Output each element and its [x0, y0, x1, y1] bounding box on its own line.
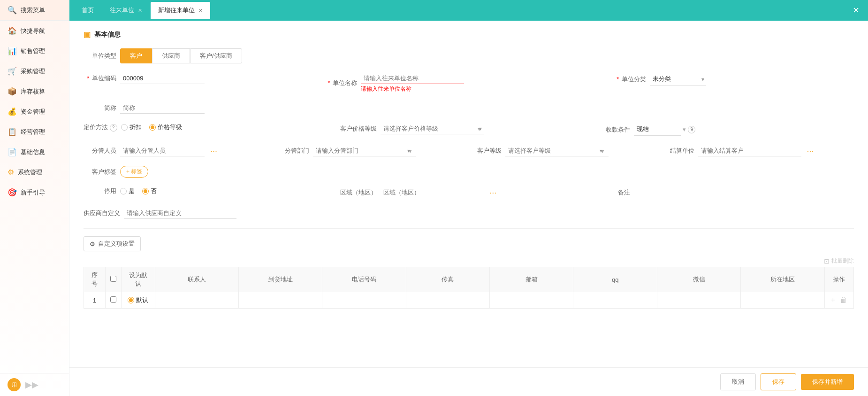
cart-icon: 🛒	[8, 67, 17, 76]
unit-type-group: 客户 供应商 客户/供应商	[120, 48, 242, 63]
row-area	[741, 292, 824, 309]
unit-name-field-inner: 请输入往来单位名称	[361, 73, 464, 93]
unit-name-field: * 单位名称 请输入往来单位名称	[324, 73, 613, 93]
area-input[interactable]	[746, 297, 819, 304]
col-seq: 序号	[84, 267, 106, 292]
select-all-checkbox[interactable]	[110, 276, 116, 282]
pricing-help-icon[interactable]: ?	[110, 124, 117, 132]
add-row-button[interactable]: +	[830, 296, 837, 304]
sidebar-bottom: 用 ▶▶	[0, 373, 69, 396]
unit-name-label: * 单位名称	[324, 79, 357, 87]
fax-input[interactable]	[411, 297, 485, 304]
cancel-button[interactable]: 取消	[720, 373, 756, 390]
manager-dots-btn[interactable]: ···	[208, 147, 219, 155]
avatar: 用	[8, 378, 21, 391]
settlement-unit-input[interactable]	[698, 145, 801, 156]
save-and-new-button[interactable]: 保存并新增	[801, 374, 854, 390]
save-button[interactable]: 保存	[761, 373, 796, 390]
unit-type-customer-btn[interactable]: 客户	[120, 48, 152, 63]
row-default-radio[interactable]	[128, 297, 134, 303]
gear-icon: ⚙	[8, 168, 14, 177]
region-input[interactable]	[381, 187, 484, 198]
disabled-no-circle	[142, 188, 149, 194]
contact-input[interactable]	[160, 297, 234, 304]
pricing-discount-radio[interactable]: 折扣	[121, 123, 142, 132]
sidebar-item-label: 快捷导航	[21, 27, 45, 35]
disabled-yes-radio[interactable]: 是	[120, 187, 135, 195]
sidebar-item-label: 销售管理	[21, 47, 45, 55]
payment-help-icon[interactable]: ?	[688, 126, 695, 133]
row-seq: 1	[84, 292, 106, 309]
payment-terms-value[interactable]: 现结	[634, 123, 681, 136]
col-contact: 联系人	[155, 267, 238, 292]
supplier-custom-row: 供应商自定义	[84, 208, 854, 219]
bottom-bar: 取消 保存 保存并新增	[69, 367, 868, 396]
unit-name-error: 请输入往来单位名称	[361, 85, 464, 93]
unit-code-input[interactable]	[120, 73, 205, 84]
customer-level-input[interactable]	[505, 145, 609, 156]
unit-type-both-btn[interactable]: 客户/供应商	[190, 48, 242, 63]
col-action: 操作	[824, 267, 853, 292]
delete-row-button[interactable]: 🗑	[838, 296, 849, 304]
sidebar-item-quick-nav[interactable]: 🏠 快捷导航	[0, 21, 69, 41]
sidebar-item-basic-info[interactable]: 📄 基础信息	[0, 142, 69, 162]
region-label: 区域（地区）	[340, 188, 377, 197]
sidebar-item-finance[interactable]: 💰 资金管理	[0, 101, 69, 122]
sidebar-item-label: 基础信息	[21, 148, 45, 156]
tab-partners-close[interactable]: ✕	[138, 8, 142, 14]
email-input[interactable]	[495, 297, 568, 304]
tab-home[interactable]: 首页	[74, 3, 101, 17]
sidebar-item-operations[interactable]: 📋 经营管理	[0, 122, 69, 142]
row-qq	[573, 292, 657, 309]
wechat-input[interactable]	[662, 297, 736, 304]
department-input[interactable]	[313, 145, 416, 156]
pricing-method-label: 定价方法 ?	[84, 123, 117, 132]
sidebar-item-system[interactable]: ⚙ 系统管理	[0, 162, 69, 182]
add-tag-button[interactable]: + 标签	[120, 166, 148, 178]
disabled-radio-group: 是 否	[120, 187, 157, 195]
settlement-unit-dots-btn[interactable]: ···	[805, 147, 816, 155]
tab-new-partner-close[interactable]: ✕	[198, 8, 203, 14]
section-header: ▣ 基本信息	[84, 30, 854, 39]
settlement-unit-field: 结算单位 ···	[662, 145, 854, 156]
row-phone	[322, 292, 406, 309]
manager-label: 分管人员	[84, 147, 116, 155]
pricing-level-radio[interactable]: 价格等级	[149, 123, 182, 132]
short-name-input[interactable]	[120, 102, 205, 114]
table-row: 1 默认	[84, 292, 854, 309]
region-dots-btn[interactable]: ···	[487, 188, 498, 197]
qq-input[interactable]	[578, 297, 652, 304]
unit-code-label: * 单位编码	[84, 74, 116, 83]
contacts-table: 序号 设为默认 联系人 到货地址 电话号码 传真 邮箱 qq 微信 所在地区 操…	[84, 267, 854, 309]
unit-name-input[interactable]	[361, 73, 464, 84]
sidebar-item-guide[interactable]: 🎯 新手引导	[0, 182, 69, 202]
tab-partners[interactable]: 往来单位 ✕	[102, 2, 150, 19]
supplier-custom-input[interactable]	[124, 208, 236, 219]
custom-settings-button[interactable]: ⚙ 自定义项设置	[84, 236, 141, 251]
sidebar-item-purchase[interactable]: 🛒 采购管理	[0, 61, 69, 81]
batch-delete-label[interactable]: 批量删除	[831, 257, 854, 265]
row-select-checkbox[interactable]	[110, 296, 116, 303]
pricing-row: 定价方法 ? 折扣 价格等级 客户价格等级	[84, 123, 854, 136]
batch-delete-icon: ⊡	[824, 257, 830, 265]
clipboard-icon: 📋	[8, 127, 17, 136]
customer-price-level-input[interactable]	[381, 123, 484, 134]
sidebar-item-inventory[interactable]: 📦 库存核算	[0, 81, 69, 101]
main-area: 首页 往来单位 ✕ 新增往来单位 ✕ ✕ ▣ 基本信息 单位类型 客户 供应商 …	[69, 0, 868, 396]
tab-new-partner[interactable]: 新增往来单位 ✕	[151, 2, 210, 19]
pricing-discount-circle	[121, 124, 128, 131]
manager-input[interactable]	[120, 145, 205, 156]
short-name-label: 简称	[84, 104, 116, 112]
remark-input[interactable]	[634, 187, 775, 198]
unit-category-select-wrapper: 未分类	[650, 73, 706, 85]
section-title: 基本信息	[94, 31, 121, 39]
unit-type-supplier-btn[interactable]: 供应商	[152, 48, 190, 63]
tab-partners-label: 往来单位	[110, 6, 134, 15]
address-input[interactable]	[244, 297, 317, 304]
phone-input[interactable]	[327, 297, 401, 304]
sidebar-item-sales[interactable]: 📊 销售管理	[0, 41, 69, 61]
disabled-no-radio[interactable]: 否	[142, 187, 157, 195]
tabbar-close-button[interactable]: ✕	[849, 5, 863, 16]
sidebar-item-search[interactable]: 🔍 搜索菜单	[0, 0, 69, 21]
unit-category-value[interactable]: 未分类	[650, 73, 706, 85]
